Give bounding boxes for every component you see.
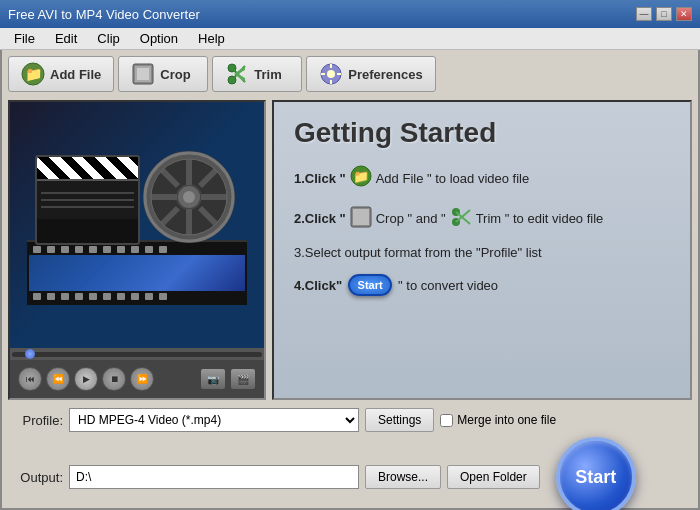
svg-text:📁: 📁 <box>353 168 370 185</box>
step-4-num: 4.Click" <box>294 278 342 293</box>
title-bar: Free AVI to MP4 Video Converter — □ ✕ <box>0 0 700 28</box>
screenshot-button[interactable]: 📷 <box>200 368 226 390</box>
minimize-button[interactable]: — <box>636 7 652 21</box>
step-2-icon1 <box>350 206 372 231</box>
svg-rect-15 <box>337 73 341 75</box>
content-area: ⏮ ⏪ ▶ ⏹ ⏩ 📷 🎬 Getting Started 1.Click " <box>8 100 692 400</box>
svg-rect-13 <box>330 80 332 84</box>
trim-label: Trim <box>254 67 281 82</box>
step-2: 2.Click " Crop " and " <box>294 206 670 231</box>
svg-rect-14 <box>321 73 325 75</box>
step-4: 4.Click" Start " to convert video <box>294 274 670 296</box>
rewind-button[interactable]: ⏪ <box>46 367 70 391</box>
film-illustration <box>27 145 247 305</box>
merge-checkbox[interactable] <box>440 414 453 427</box>
video-preview: ⏮ ⏪ ▶ ⏹ ⏩ 📷 🎬 <box>8 100 266 400</box>
profile-select[interactable]: HD MPEG-4 Video (*.mp4) <box>69 408 359 432</box>
step-3-text: 3.Select output format from the "Profile… <box>294 245 542 260</box>
menu-item-option[interactable]: Option <box>130 29 188 48</box>
menu-bar: File Edit Clip Option Help <box>0 28 700 50</box>
menu-item-file[interactable]: File <box>4 29 45 48</box>
trim-icon <box>225 62 249 86</box>
main-window: 📁 Add File Crop <box>0 50 700 510</box>
progress-track <box>12 352 262 357</box>
forward-button[interactable]: ⏩ <box>130 367 154 391</box>
preferences-label: Preferences <box>348 67 422 82</box>
step-2-icon2 <box>450 206 472 231</box>
svg-text:📁: 📁 <box>25 66 43 83</box>
play-button[interactable]: ▶ <box>74 367 98 391</box>
title-bar-controls[interactable]: — □ ✕ <box>636 7 692 21</box>
crop-label: Crop <box>160 67 190 82</box>
maximize-button[interactable]: □ <box>656 7 672 21</box>
output-row: Output: Browse... Open Folder Start <box>8 437 692 510</box>
preferences-button[interactable]: Preferences <box>306 56 435 92</box>
step-3: 3.Select output format from the "Profile… <box>294 245 670 260</box>
rewind-start-button[interactable]: ⏮ <box>18 367 42 391</box>
video-frame <box>10 102 264 348</box>
bottom-area: Profile: HD MPEG-4 Video (*.mp4) Setting… <box>8 408 692 510</box>
clip-button[interactable]: 🎬 <box>230 368 256 390</box>
step-2-text: Trim " to edit video file <box>476 211 604 226</box>
crop-icon <box>131 62 155 86</box>
add-file-button[interactable]: 📁 Add File <box>8 56 114 92</box>
video-controls: ⏮ ⏪ ▶ ⏹ ⏩ 📷 🎬 <box>10 360 264 398</box>
open-folder-button[interactable]: Open Folder <box>447 465 540 489</box>
progress-thumb <box>25 349 35 359</box>
step-2-text-mid: Crop " and " <box>376 211 446 226</box>
profile-row: Profile: HD MPEG-4 Video (*.mp4) Setting… <box>8 408 692 432</box>
svg-point-19 <box>183 191 195 203</box>
step-1-num: 1.Click " <box>294 171 346 186</box>
crop-button[interactable]: Crop <box>118 56 208 92</box>
film-reel <box>142 150 237 245</box>
output-label: Output: <box>8 470 63 485</box>
start-button[interactable]: Start <box>556 437 636 510</box>
menu-item-edit[interactable]: Edit <box>45 29 87 48</box>
getting-started-title: Getting Started <box>294 117 670 149</box>
start-button-label: Start <box>575 467 616 488</box>
step-2-num: 2.Click " <box>294 211 346 226</box>
svg-rect-4 <box>137 68 149 80</box>
progress-bar-area[interactable] <box>10 348 264 360</box>
stop-button[interactable]: ⏹ <box>102 367 126 391</box>
svg-rect-25 <box>353 209 369 225</box>
browse-button[interactable]: Browse... <box>365 465 441 489</box>
start-inline-button[interactable]: Start <box>348 274 392 296</box>
settings-button[interactable]: Settings <box>365 408 434 432</box>
profile-label: Profile: <box>8 413 63 428</box>
clapperboard <box>35 155 140 245</box>
merge-checkbox-area: Merge into one file <box>440 413 556 427</box>
step-4-text: " to convert video <box>398 278 498 293</box>
trim-button[interactable]: Trim <box>212 56 302 92</box>
add-file-icon: 📁 <box>21 62 45 86</box>
window-title: Free AVI to MP4 Video Converter <box>8 7 200 22</box>
merge-label: Merge into one file <box>457 413 556 427</box>
svg-rect-12 <box>330 64 332 68</box>
film-strip <box>27 240 247 305</box>
output-path-input[interactable] <box>69 465 359 489</box>
getting-started-panel: Getting Started 1.Click " 📁 Add File " t… <box>272 100 692 400</box>
svg-point-11 <box>327 70 335 78</box>
step-1-icon: 📁 <box>350 165 372 192</box>
preferences-icon <box>319 62 343 86</box>
close-button[interactable]: ✕ <box>676 7 692 21</box>
menu-item-clip[interactable]: Clip <box>87 29 129 48</box>
step-1: 1.Click " 📁 Add File " to load video fil… <box>294 165 670 192</box>
step-1-text: Add File " to load video file <box>376 171 529 186</box>
menu-item-help[interactable]: Help <box>188 29 235 48</box>
toolbar: 📁 Add File Crop <box>8 56 692 92</box>
add-file-label: Add File <box>50 67 101 82</box>
